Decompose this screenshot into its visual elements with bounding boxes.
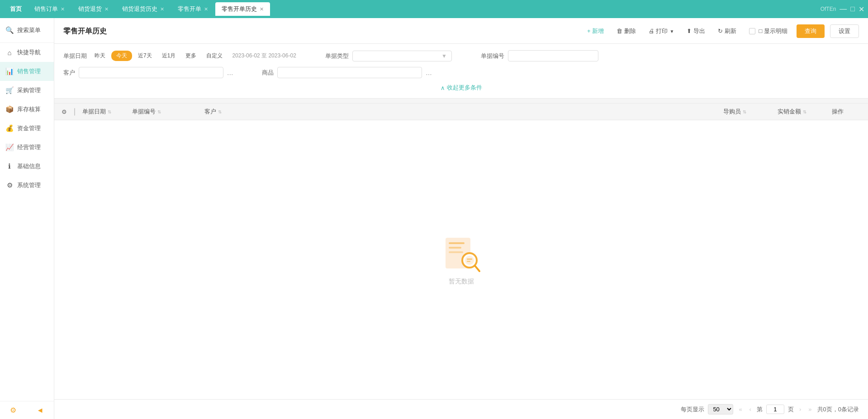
filter-customer-item: 客户 ... — [63, 67, 233, 78]
page-header: 零售开单历史 + 新增 🗑 删除 🖨 打印 ▼ ⬆ 导出 ↻ 刷新 □ 显示明细… — [54, 18, 868, 44]
toolbar: + 新增 🗑 删除 🖨 打印 ▼ ⬆ 导出 ↻ 刷新 □ 显示明细 查询 设置 — [583, 24, 859, 43]
filter-collapse-label: 收起更多条件 — [447, 84, 482, 92]
tab-retail-open[interactable]: 零售开单 ✕ — [171, 2, 214, 16]
th-num[interactable]: 单据编号 ⇅ — [128, 108, 201, 116]
date-range-display: 2023-06-02 至 2023-06-02 — [232, 52, 296, 60]
th-customer[interactable]: 客户 ⇅ — [201, 108, 720, 116]
print-button[interactable]: 🖨 打印 ▼ — [645, 25, 678, 37]
tab-retail-open-history-close[interactable]: ✕ — [260, 6, 264, 12]
th-date[interactable]: 单据日期 ⇅ — [79, 108, 128, 116]
purchase-icon: 🛒 — [5, 86, 14, 94]
page-first-btn[interactable]: « — [737, 405, 744, 414]
query-button[interactable]: 查询 — [797, 24, 825, 38]
tab-sales-return-label: 销货退货 — [78, 5, 102, 13]
page-label: 第 — [757, 405, 763, 414]
sidebar-settings-icon[interactable]: ⚙ — [10, 406, 16, 414]
filter-row-1: 单据日期 昨天 今天 近7天 近1月 更多 自定义 2023-06-02 至 2… — [63, 50, 859, 61]
th-num-label: 单据编号 — [132, 108, 156, 116]
svg-line-6 — [475, 266, 479, 271]
sidebar-item-basic-info[interactable]: ℹ 基础信息 — [0, 157, 54, 176]
add-button[interactable]: + 新增 — [583, 25, 607, 37]
print-dropdown-icon: ▼ — [669, 29, 674, 34]
svg-rect-1 — [449, 242, 465, 244]
refresh-button[interactable]: ↻ 刷新 — [714, 25, 740, 37]
sidebar-item-purchase-mgmt-label: 采购管理 — [17, 86, 41, 94]
filter-customer-input[interactable] — [79, 67, 223, 78]
sidebar-item-inventory[interactable]: 📦 库存核算 — [0, 100, 54, 119]
filter-goods-more-icon[interactable]: ... — [426, 69, 432, 77]
th-date-label: 单据日期 — [82, 108, 106, 116]
th-amount-sort-icon: ⇅ — [803, 109, 806, 114]
tab-sales-order-label: 销售订单 — [34, 5, 58, 13]
date-btn-1month[interactable]: 近1月 — [158, 51, 180, 61]
sidebar-item-quick-nav[interactable]: ⌂ 快捷导航 — [0, 43, 54, 62]
page-last-btn[interactable]: » — [806, 405, 813, 414]
sidebar-menu: ⌂ 快捷导航 📊 销售管理 🛒 采购管理 📦 库存核算 💰 资金管理 📈 — [0, 43, 54, 401]
filter-goods-item: 商品 ... — [262, 67, 432, 78]
display-checkbox — [749, 28, 755, 34]
date-btn-7days[interactable]: 近7天 — [134, 51, 156, 61]
tab-retail-open-close[interactable]: ✕ — [204, 6, 208, 12]
filter-goods-input[interactable] — [277, 67, 422, 78]
table-area: ⚙ 单据日期 ⇅ 单据编号 ⇅ 客户 ⇅ 导购员 ⇅ — [54, 103, 868, 399]
tab-sales-return-history-close[interactable]: ✕ — [160, 6, 164, 12]
settings-button[interactable]: 设置 — [830, 24, 859, 38]
filter-type-select[interactable]: ▼ — [352, 51, 452, 61]
per-page-select[interactable]: 20 50 100 — [708, 404, 733, 414]
sidebar-search[interactable]: 🔍 搜索菜单 — [0, 23, 54, 38]
page-title: 零售开单历史 — [63, 27, 107, 42]
select-all-checkbox-box[interactable] — [74, 108, 75, 116]
sidebar-item-finance-label: 资金管理 — [17, 124, 41, 132]
date-btn-more[interactable]: 更多 — [181, 51, 200, 61]
filter-row-2: 客户 ... 商品 ... — [63, 67, 859, 78]
filter-customer-more-icon[interactable]: ... — [227, 69, 233, 77]
tab-home[interactable]: 首页 — [4, 5, 28, 13]
tab-retail-open-history[interactable]: 零售开单历史 ✕ — [215, 2, 270, 16]
th-guide[interactable]: 导购员 ⇅ — [720, 108, 774, 116]
sidebar-bottom: ⚙ ◄ — [0, 401, 54, 419]
page-next-btn[interactable]: › — [797, 405, 803, 414]
maximize-btn[interactable]: □ — [850, 5, 855, 13]
brand-label: OfTEn — [821, 6, 836, 12]
close-btn[interactable]: ✕ — [859, 5, 864, 14]
minimize-btn[interactable]: — — [840, 5, 847, 13]
tab-retail-open-history-label: 零售开单历史 — [222, 5, 257, 13]
sidebar-item-finance[interactable]: 💰 资金管理 — [0, 119, 54, 138]
tab-sales-return-close[interactable]: ✕ — [104, 6, 109, 12]
sidebar-collapse-icon[interactable]: ◄ — [37, 406, 44, 414]
sidebar-item-purchase-mgmt[interactable]: 🛒 采购管理 — [0, 81, 54, 100]
sales-icon: 📊 — [5, 67, 14, 75]
svg-rect-3 — [449, 251, 463, 253]
svg-rect-8 — [467, 261, 470, 262]
total-info: 共0页，0条记录 — [817, 405, 859, 414]
page-input[interactable] — [766, 405, 784, 414]
table-settings-icon[interactable]: ⚙ — [58, 108, 71, 115]
th-op-label: 操作 — [832, 108, 844, 116]
th-op: 操作 — [828, 108, 864, 116]
sidebar-item-system-label: 系统管理 — [17, 181, 41, 189]
delete-button[interactable]: 🗑 删除 — [613, 25, 640, 37]
sidebar-item-system[interactable]: ⚙ 系统管理 — [0, 176, 54, 195]
filter-collapse-btn[interactable]: ∧ 收起更多条件 — [63, 84, 859, 92]
export-button[interactable]: ⬆ 导出 — [683, 25, 709, 37]
sidebar-item-operation[interactable]: 📈 经营管理 — [0, 138, 54, 157]
sidebar-item-operation-label: 经营管理 — [17, 143, 41, 151]
date-btn-today[interactable]: 今天 — [111, 51, 132, 61]
filter-goods-label: 商品 — [262, 69, 274, 77]
tab-sales-order-close[interactable]: ✕ — [61, 6, 65, 12]
page-prev-btn[interactable]: ‹ — [748, 405, 753, 414]
per-page-label: 每页显示 — [681, 405, 704, 414]
sidebar-item-sales-mgmt[interactable]: 📊 销售管理 — [0, 62, 54, 81]
display-detail-button[interactable]: □ 显示明细 — [745, 25, 791, 37]
filter-num-input[interactable] — [508, 50, 598, 61]
tab-sales-order[interactable]: 销售订单 ✕ — [28, 2, 71, 16]
tab-sales-return-history[interactable]: 销货退货历史 ✕ — [116, 2, 171, 16]
th-amount[interactable]: 实销金额 ⇅ — [774, 108, 828, 116]
chevron-down-icon: ▼ — [441, 53, 447, 59]
tab-sales-return[interactable]: 销货退货 ✕ — [72, 2, 115, 16]
table-select-all-checkbox[interactable] — [71, 108, 79, 115]
date-btn-custom[interactable]: 自定义 — [202, 51, 227, 61]
date-btn-yesterday[interactable]: 昨天 — [90, 51, 109, 61]
empty-state: 暂无数据 — [54, 120, 868, 399]
search-icon: 🔍 — [5, 26, 14, 34]
